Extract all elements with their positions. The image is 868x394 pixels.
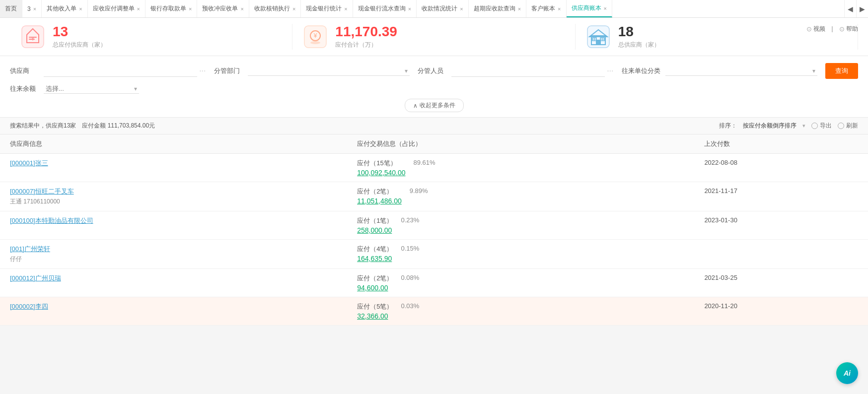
payable-amount[interactable]: 100,092,540.00 [357,169,405,177]
nav-tab-supplier-ledger[interactable]: 供应商账本 × [567,0,612,17]
nav-prev-arrow[interactable]: ◀ [844,0,856,18]
nav-tab-cash-bank-flow[interactable]: 现金银行流水查询 × [353,0,417,17]
close-tab-advance-ar[interactable]: × [240,6,243,12]
payable-detail: 应付（15笔） 100,092,540.00 [357,159,405,177]
nav-tab-advance-ar[interactable]: 预收冲应收单 × [197,0,249,17]
summary-bar: ¥ 13 总应付供应商（家） ¥ 11,170.39 应付合计（万） [0,18,868,56]
close-tab-cash-bank-flow[interactable]: × [408,6,411,12]
supplier-table: 供应商信息 应付交易信息（占比） 上次付数 [000001]张三 应付（15笔）… [0,134,868,326]
supplier-info-cell: [000001]张三 [0,154,347,182]
supplier-filter-input[interactable] [44,65,197,77]
table-row: [000100]本特勤油品有限公司 应付（1笔） 258,000.00 0.23… [0,211,868,240]
filter-dept: 分管部门 ▾ [214,66,410,76]
nav-tab-receipt-stat[interactable]: 收款情况统计 × [417,0,468,17]
last-pay-cell [694,240,868,269]
close-tab-ar-ap-adj[interactable]: × [137,6,140,12]
payable-info-cell: 应付（1笔） 258,000.00 0.23% [347,211,694,240]
close-tab-receipt-exec[interactable]: × [292,6,295,12]
card1-number: 13 [53,24,106,40]
nav-tab-ar-ap-adj[interactable]: 应收应付调整单 × [88,0,145,17]
nav-tab-3-label: 3 [27,5,31,12]
nav-tab-advance-ar-label: 预收冲应收单 [202,4,238,13]
card2-label: 应付合计（万） [335,41,397,49]
nav-tab-home[interactable]: 首页 [0,0,22,17]
supplier-filter-dots[interactable]: ··· [199,66,206,75]
balance-filter-input[interactable] [46,85,134,92]
results-actions: 排序： 按应付余额倒序排序 ▾ 导出 刷新 [719,122,858,130]
nav-tab-customer-ledger[interactable]: 客户账本 × [526,0,566,17]
filter-row-2: 往来余额 ▾ [10,84,858,94]
supplier-link[interactable]: [000012]广州贝瑞 [10,274,61,282]
refresh-icon [838,123,844,129]
dept-filter-label: 分管部门 [214,66,244,75]
nav-tab-bank-deposit[interactable]: 银行存取款单 × [145,0,197,17]
nav-tab-cash-bank-stat-label: 现金银行统计 [306,4,342,13]
payable-count: 应付（5笔） [357,302,393,311]
close-tab-3[interactable]: × [33,6,36,12]
refresh-button[interactable]: 刷新 [838,122,858,130]
person-filter-label: 分管人员 [418,66,447,75]
payable-amount[interactable]: 32,366.00 [357,312,393,320]
sort-chevron-icon: ▾ [802,123,805,129]
export-button[interactable]: 导出 [811,122,832,130]
query-button[interactable]: 查询 [825,63,858,79]
person-filter-input[interactable] [451,65,605,77]
collapse-button-label: 收起更多条件 [420,101,455,110]
close-tab-customer-ledger[interactable]: × [558,6,561,12]
payable-amount[interactable]: 11,051,486.00 [357,197,402,205]
filter-balance: 往来余额 ▾ [10,84,139,94]
nav-tab-home-label: 首页 [5,4,17,13]
video-link[interactable]: 视频 [813,25,825,33]
sort-value[interactable]: 按应付余额倒序排序 [743,122,796,130]
nav-tab-supplier-ledger-label: 供应商账本 [572,4,601,12]
card3-content: 18 总供应商（家） [618,24,660,49]
refresh-label: 刷新 [846,122,858,130]
nav-tab-3[interactable]: 3 × [22,0,42,17]
close-tab-supplier-ledger[interactable]: × [604,5,607,11]
help-link[interactable]: 帮助 [846,25,858,33]
card3-label: 总供应商（家） [618,41,660,49]
close-tab-receipt-stat[interactable]: × [460,6,463,12]
supplier-info-cell: [000002]李四 [0,297,347,326]
balance-filter-select[interactable]: ▾ [44,84,139,94]
nav-tab-receipt-exec[interactable]: 收款核销执行 × [249,0,301,17]
export-label: 导出 [820,122,832,130]
payable-info-cell: 应付（15笔） 100,092,540.00 89.61% [347,154,694,182]
supplier-link[interactable]: [000100]本特勤油品有限公司 [10,217,93,224]
close-tab-overdue-ar[interactable]: × [518,6,521,12]
category-filter-select[interactable]: ▾ [665,66,818,76]
card1-content: 13 总应付供应商（家） [53,24,106,49]
table-row: [000012]广州贝瑞 应付（2笔） 94,600.00 0.08% 2021… [0,269,868,297]
payable-amount[interactable]: 94,600.00 [357,284,393,292]
supplier-link[interactable]: [000002]李四 [10,303,48,310]
payable-amount[interactable]: 164,635.90 [357,255,393,263]
payable-info-wrapper: 应付（2笔） 11,051,486.00 9.89% [357,187,684,205]
svg-text:¥: ¥ [313,32,317,39]
close-tab-bank-deposit[interactable]: × [189,6,192,12]
nav-next-arrow[interactable]: ▶ [856,0,868,18]
payable-detail: 应付（1笔） 258,000.00 [357,216,393,234]
export-icon [811,123,818,129]
close-tab-cash-bank-stat[interactable]: × [344,6,347,12]
payable-info-cell: 应付（2笔） 94,600.00 0.08% [347,269,694,297]
dept-chevron-icon: ▾ [405,67,408,74]
dept-filter-input[interactable] [250,67,405,74]
nav-tab-cash-bank-stat[interactable]: 现金银行统计 × [301,0,353,17]
nav-tab-other-income[interactable]: 其他收入单 × [42,0,87,17]
supplier-link[interactable]: [001]广州荣轩 [10,245,50,253]
last-pay-cell: 2021-11-17 [694,182,868,211]
person-filter-dots[interactable]: ··· [607,66,613,75]
payable-amount[interactable]: 258,000.00 [357,226,393,234]
close-tab-other-income[interactable]: × [79,6,82,12]
collapse-button[interactable]: ∧ 收起更多条件 [405,99,464,112]
supplier-link[interactable]: [000001]张三 [10,159,48,167]
circle-icon-help: ⊙ [839,25,845,33]
filter-supplier: 供应商 ··· [10,65,206,77]
dept-filter-select[interactable]: ▾ [248,66,410,76]
table-row: [000002]李四 应付（5笔） 32,366.00 0.03% 2020-1… [0,297,868,326]
category-filter-input[interactable] [667,67,813,74]
nav-tab-overdue-ar[interactable]: 超期应收款查询 × [469,0,526,17]
last-pay-cell: 2021-03-25 [694,269,868,297]
svg-point-8 [310,41,320,44]
supplier-link[interactable]: [000007]恒旺二手叉车 [10,188,74,195]
